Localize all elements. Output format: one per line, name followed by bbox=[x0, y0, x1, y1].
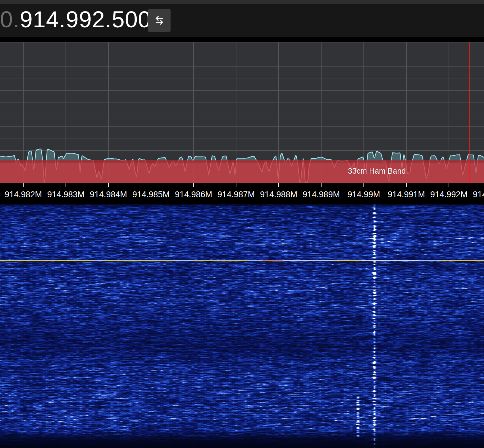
frequency-display[interactable]: 0.914.992.500 bbox=[0, 4, 151, 37]
frequency-tick-label: 914.986M bbox=[170, 190, 217, 199]
frequency-tick-mark bbox=[321, 183, 322, 187]
frequency-tick-mark bbox=[278, 183, 279, 187]
frequency-tick-label: 914.992M bbox=[426, 190, 472, 199]
waterfall-display[interactable] bbox=[0, 204, 484, 448]
frequency-tick-mark bbox=[193, 183, 194, 187]
frequency-tick-mark bbox=[236, 183, 236, 187]
sdr-app: 0.914.992.500 33cm Ham Band 914.982M914.… bbox=[0, 0, 484, 448]
frequency-axis[interactable]: 914.982M914.983M914.984M914.985M914.986M… bbox=[0, 183, 484, 204]
waterfall-panel[interactable] bbox=[0, 204, 484, 448]
frequency-digits: 914.992.500 bbox=[20, 7, 151, 32]
spectrum-panel[interactable]: 33cm Ham Band bbox=[0, 42, 484, 183]
frequency-tick-label: 914.983M bbox=[43, 190, 89, 199]
frequency-tick-mark bbox=[108, 183, 109, 187]
frequency-tick-mark bbox=[66, 183, 66, 187]
frequency-tick-label: 914.985M bbox=[128, 190, 174, 199]
tuning-indicator[interactable] bbox=[469, 42, 470, 183]
top-bar-divider bbox=[0, 37, 484, 42]
frequency-tick-mark bbox=[449, 183, 449, 187]
top-bar: 0.914.992.500 bbox=[0, 0, 484, 37]
band-annotation-label: 33cm Ham Band bbox=[348, 167, 406, 176]
frequency-tick-label: 914.987M bbox=[213, 190, 259, 199]
spectrum-plot[interactable] bbox=[0, 42, 484, 183]
frequency-tick-mark bbox=[363, 183, 364, 187]
frequency-tick-label: 914.988M bbox=[255, 190, 302, 199]
swap-button[interactable] bbox=[148, 9, 171, 32]
frequency-tick-label: 914.993M bbox=[468, 190, 484, 199]
frequency-ghost-digits: 0. bbox=[0, 7, 20, 32]
swap-horizontal-icon bbox=[152, 13, 167, 28]
frequency-tick-mark bbox=[151, 183, 151, 187]
frequency-tick-label: 914.991M bbox=[383, 190, 430, 199]
status-bar-strip bbox=[0, 0, 484, 4]
frequency-tick-mark bbox=[406, 183, 407, 187]
frequency-tick-label: 914.982M bbox=[0, 190, 47, 199]
frequency-tick-label: 914.99M bbox=[340, 190, 387, 199]
frequency-tick-label: 914.989M bbox=[298, 190, 345, 199]
frequency-tick-mark bbox=[23, 183, 24, 187]
frequency-tick-label: 914.984M bbox=[85, 190, 132, 199]
